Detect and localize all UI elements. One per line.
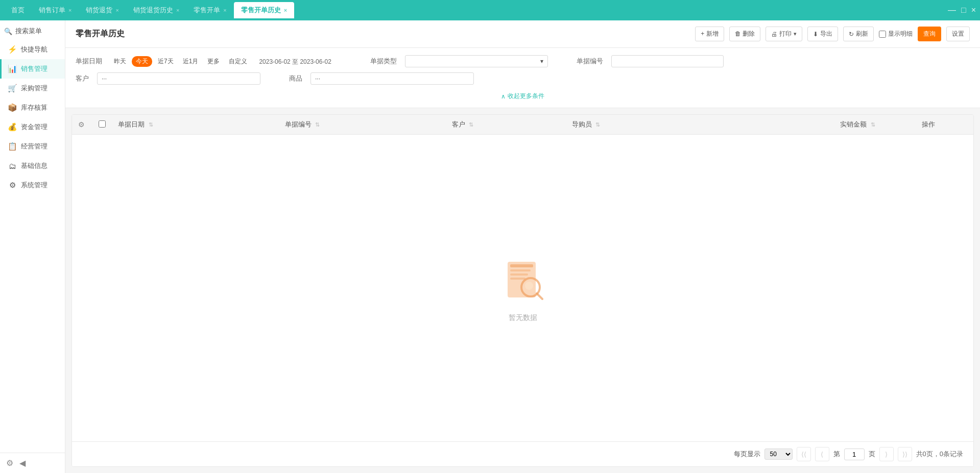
tab-retail-history[interactable]: 零售开单历史 × (234, 2, 294, 18)
sidebar-collapse-button[interactable]: ◀ (19, 458, 26, 468)
sort-customer-icon[interactable]: ⇅ (469, 121, 473, 128)
tab-sales-order[interactable]: 销售订单 × (32, 2, 79, 18)
page-size-select[interactable]: 50 20 100 200 (764, 449, 793, 460)
shortcut-7days[interactable]: 近7天 (154, 56, 177, 67)
close-tab-sales-order[interactable]: × (68, 7, 71, 13)
product-select[interactable]: ··· (310, 72, 474, 85)
purchase-mgmt-icon: 🛒 (8, 84, 17, 93)
filter-row-2: 客户 ··· 商品 ··· (76, 72, 970, 85)
sidebar-item-system[interactable]: ⚙ 系统管理 (0, 176, 65, 195)
export-icon: ⬇ (813, 31, 818, 38)
sidebar-search[interactable]: 🔍 搜索菜单 (0, 20, 65, 40)
sidebar-item-inventory[interactable]: 📦 库存核算 (0, 98, 65, 117)
page-header: 零售开单历史 + 新增 🗑 删除 🖨 🖨 打印 打印 ▾ ⬇ 导出 ↻ 刷新 (65, 20, 980, 48)
next-page-button[interactable]: ⟩ (879, 447, 894, 461)
customer-select[interactable]: ··· (97, 72, 260, 85)
settings-button[interactable]: 设置 (946, 27, 970, 41)
delete-button[interactable]: 🗑 删除 (729, 27, 760, 41)
date-shortcuts: 昨天 今天 近7天 近1月 更多 自定义 (110, 56, 251, 67)
per-page-label: 每页显示 (734, 450, 760, 459)
date-range-display: 2023-06-02 至 2023-06-02 (259, 58, 331, 66)
col-amount: 实销金额 ⇅ (709, 115, 883, 135)
svg-line-6 (537, 293, 542, 299)
col-salesperson: 导购员 ⇅ (566, 115, 709, 135)
customer-value: ··· (102, 75, 107, 82)
print-button[interactable]: 🖨 🖨 打印 打印 ▾ (766, 27, 802, 41)
date-label: 单据日期 (76, 57, 102, 66)
print-icon: 🖨 (771, 31, 777, 38)
sidebar-item-quick-nav[interactable]: ⚡ 快捷导航 (0, 40, 65, 59)
shortcut-yesterday[interactable]: 昨天 (110, 56, 130, 67)
page-label-pre: 第 (833, 450, 840, 459)
display-detail-checkbox[interactable] (879, 31, 886, 38)
sidebar-item-finance[interactable]: 💰 资金管理 (0, 117, 65, 137)
sidebar-item-operations[interactable]: 📋 经营管理 (0, 137, 65, 156)
svg-rect-4 (510, 278, 525, 280)
query-button[interactable]: 查询 (918, 27, 941, 41)
bill-type-select[interactable]: ▾ (405, 55, 548, 67)
window-minimize-icon[interactable]: — (948, 6, 956, 15)
collapse-button[interactable]: ∧ 收起更多条件 (501, 90, 544, 103)
filter-row-1: 单据日期 昨天 今天 近7天 近1月 更多 自定义 2023-06-02 至 2… (76, 55, 970, 67)
last-page-button[interactable]: ⟩⟩ (898, 447, 912, 461)
sidebar-bottom: ⚙ ◀ (0, 453, 65, 473)
search-icon: 🔍 (4, 28, 12, 35)
sidebar-nav: ⚡ 快捷导航 📊 销售管理 🛒 采购管理 📦 库存核算 💰 资金管理 📋 (0, 40, 65, 453)
sidebar-item-sales-mgmt[interactable]: 📊 销售管理 (0, 59, 65, 79)
page-number-input[interactable] (844, 449, 865, 460)
sidebar-item-purchase-mgmt[interactable]: 🛒 采购管理 (0, 79, 65, 98)
sidebar-settings-button[interactable]: ⚙ (6, 458, 13, 468)
col-action: 操作 (883, 115, 973, 135)
empty-state: 暂无数据 (72, 135, 973, 441)
tab-sales-return-history[interactable]: 销货退货历史 × (126, 2, 186, 18)
tab-home[interactable]: 首页 (4, 2, 32, 18)
close-tab-sales-return-history[interactable]: × (176, 7, 179, 13)
export-button[interactable]: ⬇ 导出 (807, 27, 838, 41)
empty-text: 暂无数据 (509, 313, 537, 322)
col-customer: 客户 ⇅ (446, 115, 566, 135)
sort-salesperson-icon[interactable]: ⇅ (595, 121, 600, 128)
tab-sales-return[interactable]: 销货退货 × (79, 2, 126, 18)
first-page-button[interactable]: ⟨⟨ (797, 447, 811, 461)
refresh-button[interactable]: ↻ 刷新 (843, 27, 874, 41)
data-table: ⚙ 单据日期 ⇅ 单据编号 (72, 115, 973, 135)
empty-illustration (497, 254, 548, 305)
main-layout: 🔍 搜索菜单 ⚡ 快捷导航 📊 销售管理 🛒 采购管理 📦 库存核算 💰 (0, 20, 980, 473)
svg-rect-1 (510, 264, 533, 267)
tab-bar: 首页 销售订单 × 销货退货 × 销货退货历史 × 零售开单 × 零售开单历史 … (0, 0, 980, 20)
close-tab-retail-order[interactable]: × (223, 7, 226, 13)
shortcut-1month[interactable]: 近1月 (179, 56, 202, 67)
bill-type-dropdown-icon: ▾ (540, 58, 543, 65)
bill-no-input[interactable] (611, 55, 724, 67)
add-button[interactable]: + 新增 (695, 27, 724, 41)
window-close-icon[interactable]: × (971, 6, 976, 15)
sort-no-icon[interactable]: ⇅ (315, 121, 320, 128)
finance-icon: 💰 (8, 122, 17, 132)
window-restore-icon[interactable]: □ (961, 6, 966, 15)
sort-amount-icon[interactable]: ⇅ (871, 121, 875, 128)
display-detail-toggle[interactable]: 显示明细 (879, 30, 913, 38)
sort-date-icon[interactable]: ⇅ (149, 121, 153, 128)
sidebar: 🔍 搜索菜单 ⚡ 快捷导航 📊 销售管理 🛒 采购管理 📦 库存核算 💰 (0, 20, 65, 473)
svg-point-7 (525, 282, 533, 290)
customer-label: 客户 (76, 74, 89, 83)
table-container: ⚙ 单据日期 ⇅ 单据编号 (71, 114, 974, 467)
content-area: 零售开单历史 + 新增 🗑 删除 🖨 🖨 打印 打印 ▾ ⬇ 导出 ↻ 刷新 (65, 20, 980, 473)
select-all-checkbox[interactable] (99, 120, 106, 128)
system-icon: ⚙ (8, 181, 17, 190)
tab-retail-order[interactable]: 零售开单 × (186, 2, 233, 18)
prev-page-button[interactable]: ⟨ (815, 447, 829, 461)
product-label: 商品 (289, 74, 302, 83)
print-dropdown-icon[interactable]: ▾ (794, 31, 797, 37)
sidebar-item-basic-info[interactable]: 🗂 基础信息 (0, 156, 65, 176)
refresh-icon: ↻ (849, 31, 854, 38)
shortcut-custom[interactable]: 自定义 (225, 56, 251, 67)
column-settings-icon[interactable]: ⚙ (78, 120, 85, 129)
close-tab-retail-history[interactable]: × (284, 7, 287, 13)
close-tab-sales-return[interactable]: × (115, 7, 118, 13)
header-actions: + 新增 🗑 删除 🖨 🖨 打印 打印 ▾ ⬇ 导出 ↻ 刷新 (695, 27, 970, 41)
shortcut-more[interactable]: 更多 (204, 56, 223, 67)
bill-no-label: 单据编号 (577, 57, 603, 66)
shortcut-today[interactable]: 今天 (132, 56, 152, 67)
table-area: ⚙ 单据日期 ⇅ 单据编号 (65, 108, 980, 473)
